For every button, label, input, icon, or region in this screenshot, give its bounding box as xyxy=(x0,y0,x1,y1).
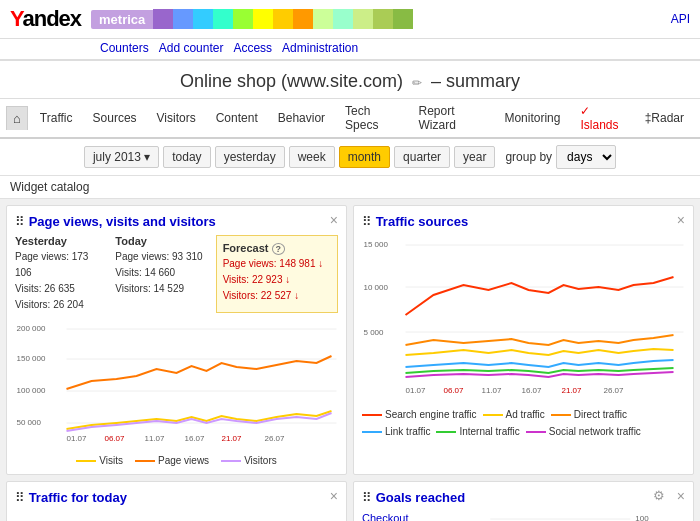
color-bar xyxy=(153,9,413,29)
tab-traffic[interactable]: Traffic xyxy=(30,106,83,132)
widget-catalog-bar: Widget catalog xyxy=(0,176,700,199)
traffic-today-link[interactable]: Traffic for today xyxy=(29,490,127,505)
main-content: ⠿ Page views, visits and visitors × Yest… xyxy=(0,199,700,521)
social-label: Social network traffic xyxy=(549,426,641,437)
legend-visits: Visits xyxy=(76,455,123,466)
svg-text:21.07: 21.07 xyxy=(222,434,243,443)
goals-link[interactable]: Goals reached xyxy=(376,490,466,505)
svg-text:11.07: 11.07 xyxy=(482,386,503,395)
link-label: Link traffic xyxy=(385,426,430,437)
tab-report-wizard[interactable]: Report Wizard xyxy=(408,99,494,139)
period-selector[interactable]: july 2013 ▾ xyxy=(84,146,159,168)
traffic-today-close[interactable]: × xyxy=(330,488,338,504)
svg-text:10 000: 10 000 xyxy=(364,283,389,292)
nav-administration[interactable]: Administration xyxy=(282,41,358,55)
month-btn[interactable]: month xyxy=(339,146,390,168)
pageviews-close[interactable]: × xyxy=(330,212,338,228)
link-dot xyxy=(362,431,382,433)
legend-pageviews: Page views xyxy=(135,455,209,466)
today-btn[interactable]: today xyxy=(163,146,210,168)
traffic-today-chart xyxy=(15,511,338,521)
tab-monitoring[interactable]: Monitoring xyxy=(494,106,570,132)
metrica-bar: metrica xyxy=(91,9,413,29)
page-title: Online shop (www.site.com) xyxy=(180,71,403,91)
goals-close[interactable]: × xyxy=(677,488,685,504)
legend-link: Link traffic xyxy=(362,426,430,437)
svg-text:5 000: 5 000 xyxy=(364,328,385,337)
traffic-sources-close[interactable]: × xyxy=(677,212,685,228)
tab-radar[interactable]: ‡Radar xyxy=(635,106,694,132)
traffic-sources-title: ⠿ Traffic sources xyxy=(362,214,685,229)
yesterday-btn[interactable]: yesterday xyxy=(215,146,285,168)
tab-home[interactable]: ⌂ xyxy=(6,106,28,130)
svg-text:50 000: 50 000 xyxy=(17,418,42,427)
pageviews-title: ⠿ Page views, visits and visitors xyxy=(15,214,338,229)
legend-direct: Direct traffic xyxy=(551,409,627,420)
week-btn[interactable]: week xyxy=(289,146,335,168)
visitors-dot xyxy=(221,460,241,462)
tab-behavior[interactable]: Behavior xyxy=(268,106,335,132)
year-btn[interactable]: year xyxy=(454,146,495,168)
tab-visitors[interactable]: Visitors xyxy=(147,106,206,132)
svg-text:16.07: 16.07 xyxy=(522,386,543,395)
nav-access[interactable]: Access xyxy=(233,41,272,55)
edit-icon[interactable]: ✏ xyxy=(412,76,422,90)
legend-ad: Ad traffic xyxy=(483,409,545,420)
tab-sources[interactable]: Sources xyxy=(83,106,147,132)
today-vals: Page views: 93 310 Visits: 14 660 Visito… xyxy=(115,249,205,297)
visitors-label: Visitors xyxy=(244,455,277,466)
goals-content: Checkout Goals reached: 299 100 50 xyxy=(362,511,685,521)
goals-settings[interactable]: ⚙ xyxy=(653,488,665,503)
svg-text:26.07: 26.07 xyxy=(265,434,286,443)
goals-info: Checkout Goals reached: 299 xyxy=(362,511,466,521)
yesterday-label: Yesterday xyxy=(15,235,105,247)
pageviews-link[interactable]: Page views, visits and visitors xyxy=(29,214,216,229)
tab-islands[interactable]: ✓ Islands xyxy=(570,99,634,139)
svg-text:26.07: 26.07 xyxy=(604,386,625,395)
svg-text:06.07: 06.07 xyxy=(105,434,126,443)
metrica-label: metrica xyxy=(91,10,153,29)
pageviews-label: Page views xyxy=(158,455,209,466)
search-dot xyxy=(362,414,382,416)
checkout-link[interactable]: Checkout xyxy=(362,512,408,521)
nav-counters[interactable]: Counters xyxy=(100,41,149,55)
direct-label: Direct traffic xyxy=(574,409,627,420)
goals-chart: 100 50 xyxy=(476,511,685,521)
internal-dot xyxy=(436,431,456,433)
widget-catalog-label: Widget catalog xyxy=(10,180,89,194)
svg-text:200 000: 200 000 xyxy=(17,324,46,333)
tab-tech-specs[interactable]: Tech Specs xyxy=(335,99,408,139)
tab-content[interactable]: Content xyxy=(206,106,268,132)
svg-text:100: 100 xyxy=(636,514,650,521)
social-dot xyxy=(526,431,546,433)
group-by-select[interactable]: days xyxy=(556,145,616,169)
nav-links: Counters Add counter Access Administrati… xyxy=(0,39,700,60)
forecast-label: Forecast ? xyxy=(223,242,331,254)
traffic-sources-widget: ⠿ Traffic sources × 15 000 10 000 5 000 xyxy=(353,205,694,475)
traffic-today-title: ⠿ Traffic for today xyxy=(15,490,338,505)
yesterday-stats: Yesterday Page views: 173 106 Visits: 26… xyxy=(15,235,105,313)
traffic-sources-legend: Search engine traffic Ad traffic Direct … xyxy=(362,409,685,437)
svg-text:21.07: 21.07 xyxy=(562,386,583,395)
ad-label: Ad traffic xyxy=(506,409,545,420)
traffic-today-widget: ⠿ Traffic for today × xyxy=(6,481,347,521)
api-link[interactable]: API xyxy=(671,12,690,26)
today-label: Today xyxy=(115,235,205,247)
yesterday-vals: Page views: 173 106 Visits: 26 635 Visit… xyxy=(15,249,105,313)
internal-label: Internal traffic xyxy=(459,426,519,437)
svg-text:01.07: 01.07 xyxy=(67,434,88,443)
group-by-label: group by xyxy=(505,150,552,164)
svg-text:11.07: 11.07 xyxy=(145,434,166,443)
direct-dot xyxy=(551,414,571,416)
nav-add-counter[interactable]: Add counter xyxy=(159,41,224,55)
svg-text:100 000: 100 000 xyxy=(17,386,46,395)
pageviews-chart: 200 000 150 000 100 000 50 000 01.07 06.… xyxy=(15,321,338,451)
legend-search: Search engine traffic xyxy=(362,409,477,420)
goals-widget: ⠿ Goals reached × ⚙ Checkout Goals reach… xyxy=(353,481,694,521)
page-title-row: Online shop (www.site.com) ✏ – summary xyxy=(0,61,700,99)
quarter-btn[interactable]: quarter xyxy=(394,146,450,168)
traffic-sources-link[interactable]: Traffic sources xyxy=(376,214,469,229)
stats-row: Yesterday Page views: 173 106 Visits: 26… xyxy=(15,235,338,313)
legend-visitors: Visitors xyxy=(221,455,277,466)
svg-text:15 000: 15 000 xyxy=(364,240,389,249)
